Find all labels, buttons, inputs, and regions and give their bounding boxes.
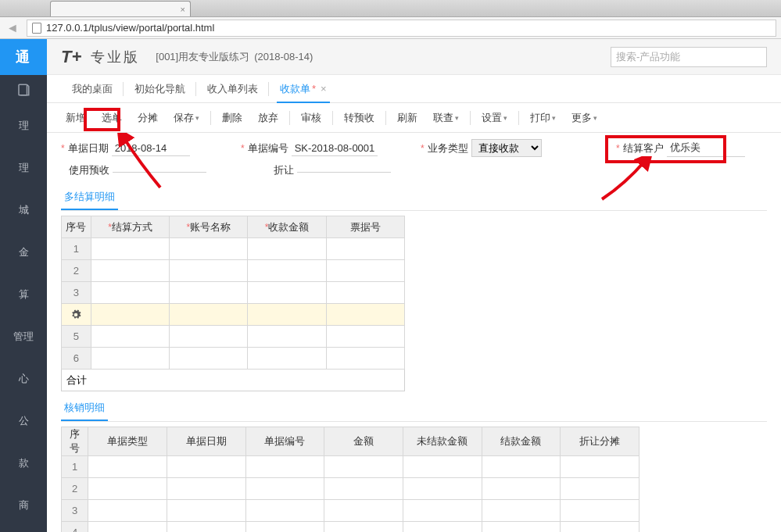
use-prepay-input[interactable] (113, 169, 206, 173)
more-button[interactable]: 更多▾ (564, 103, 605, 133)
app-header: T+ 专业版 [001]用友专业版练习 (2018-08-14) 搜索-产品功能 (47, 39, 781, 75)
chevron-down-icon: ▾ (552, 114, 556, 122)
sidebar: 通 理 理 城 金 算 管理 心 公 款 商 (0, 39, 47, 532)
close-icon[interactable]: × (181, 5, 185, 14)
print-button[interactable]: 打印▾ (522, 103, 564, 133)
dirty-indicator: * (312, 83, 316, 95)
grid-row[interactable]: 4 (62, 522, 639, 533)
col-rownum: 序号 (62, 427, 88, 456)
browser-toolbar: ◄ 127.0.0.1/tplus/view/portal/portal.htm… (0, 17, 781, 39)
sidebar-item[interactable]: 城 (0, 189, 47, 231)
col-doc-date: 单据日期 (167, 427, 245, 456)
brand-edition: 专业版 (91, 48, 140, 66)
section-verification: 核销明细 (61, 396, 767, 422)
discard-button[interactable]: 放弃 (250, 103, 286, 133)
col-unpaid: 未结款金额 (403, 427, 482, 456)
col-doc-type: 单据类型 (88, 427, 167, 456)
tab-bar: 我的桌面 初始化导航 收入单列表 收款单* × (47, 75, 781, 103)
browser-tab-strip: × (0, 0, 781, 17)
customer-label: 结算客户 (623, 141, 664, 155)
logo: 通 (0, 39, 47, 75)
section-title[interactable]: 核销明细 (61, 396, 108, 421)
main-panel: T+ 专业版 [001]用友专业版练习 (2018-08-14) 搜索-产品功能… (47, 39, 781, 532)
chevron-down-icon: ▾ (195, 114, 199, 122)
grid-row[interactable]: 1 (62, 456, 639, 478)
sidebar-item[interactable]: 管理 (0, 316, 47, 358)
settlement-grid: 序号 *结算方式 *账号名称 *收款金额 票据号 1 2 3 5 6 (61, 216, 405, 370)
discount-input[interactable] (297, 169, 391, 173)
apportion-button[interactable]: 分摊 (130, 103, 166, 133)
search-input[interactable]: 搜索-产品功能 (611, 47, 767, 67)
doc-no-input[interactable]: SK-2018-08-0001 (292, 141, 378, 156)
page-icon (32, 23, 41, 34)
section-title[interactable]: 多结算明细 (61, 185, 118, 210)
chevron-down-icon: ▾ (455, 114, 459, 122)
grid-row[interactable]: 2 (62, 478, 639, 500)
chevron-down-icon: ▾ (503, 114, 507, 122)
form-row-1: *单据日期 2018-08-14 *单据编号 SK-2018-08-0001 *… (47, 133, 781, 163)
total-row: 合计 (61, 370, 405, 391)
col-method: *结算方式 (91, 216, 169, 238)
biz-type-select[interactable]: 直接收款 (471, 139, 542, 157)
svg-rect-0 (19, 84, 27, 95)
url-text: 127.0.0.1/tplus/view/portal/portal.html (46, 22, 214, 34)
col-bill-no: 票据号 (326, 216, 404, 238)
customer-input[interactable]: 优乐美 (667, 139, 745, 157)
sidebar-item[interactable]: 公 (0, 400, 47, 442)
grid-row[interactable]: 2 (62, 260, 405, 282)
tab-receipt[interactable]: 收款单* × (269, 75, 338, 103)
biz-type-label: 业务类型 (428, 141, 468, 155)
grid-row[interactable]: 5 (62, 326, 405, 348)
sidebar-item[interactable]: 心 (0, 358, 47, 400)
refresh-button[interactable]: 刷新 (389, 103, 425, 133)
sidebar-item[interactable]: 理 (0, 147, 47, 189)
chevron-down-icon: ▾ (593, 114, 597, 122)
save-button[interactable]: 保存▾ (166, 103, 207, 133)
company-name: [001]用友专业版练习 (156, 50, 249, 64)
brand-logo: T+ (61, 47, 81, 67)
doc-no-label: 单据编号 (248, 141, 288, 155)
sidebar-item[interactable]: 理 (0, 105, 47, 147)
transfer-prepay-button[interactable]: 转预收 (336, 103, 382, 133)
tab-income-list[interactable]: 收入单列表 (196, 75, 269, 103)
col-discount-apportion: 折让分摊 (561, 427, 639, 456)
address-bar[interactable]: 127.0.0.1/tplus/view/portal/portal.html (27, 20, 776, 37)
settings-button[interactable]: 设置▾ (474, 103, 515, 133)
verification-grid: 序号 单据类型 单据日期 单据编号 金额 未结款金额 结款金额 折让分摊 1 2… (61, 427, 639, 532)
new-button[interactable]: 新增 (58, 103, 94, 133)
sidebar-item[interactable]: 金 (0, 231, 47, 273)
form-row-2: 使用预收 折让 (47, 163, 781, 184)
discount-label: 折让 (274, 163, 294, 177)
tab-init-nav[interactable]: 初始化导航 (124, 75, 196, 103)
select-order-button[interactable]: 选单 (94, 103, 130, 133)
section-multi-settlement: 多结算明细 (61, 185, 767, 211)
use-prepay-label: 使用预收 (69, 163, 109, 177)
header-date: (2018-08-14) (254, 51, 313, 62)
audit-button[interactable]: 审核 (293, 103, 329, 133)
col-account: *账号名称 (170, 216, 248, 238)
grid-row[interactable]: 1 (62, 238, 405, 260)
grid-row-active[interactable] (62, 304, 405, 326)
gear-icon[interactable] (62, 304, 91, 326)
doc-date-input[interactable]: 2018-08-14 (112, 141, 190, 156)
sidebar-item[interactable]: 款 (0, 442, 47, 484)
note-icon[interactable] (0, 75, 47, 105)
back-icon[interactable]: ◄ (5, 21, 20, 35)
browser-tab-title (56, 5, 58, 14)
col-amount: 金额 (324, 427, 403, 456)
browser-tab[interactable]: × (50, 1, 191, 16)
toolbar: 新增 选单 分摊 保存▾ 删除 放弃 审核 转预收 刷新 联查▾ 设置▾ 打印▾… (47, 103, 781, 133)
close-icon[interactable]: × (321, 83, 327, 95)
col-rownum: 序号 (62, 216, 91, 238)
sidebar-item[interactable]: 算 (0, 273, 47, 316)
delete-button[interactable]: 删除 (214, 103, 250, 133)
grid-row[interactable]: 3 (62, 500, 639, 522)
col-doc-no: 单据编号 (245, 427, 324, 456)
tab-desktop[interactable]: 我的桌面 (61, 75, 124, 103)
grid-row[interactable]: 6 (62, 348, 405, 370)
search-placeholder: 搜索-产品功能 (616, 50, 680, 64)
grid-row[interactable]: 3 (62, 282, 405, 304)
linked-query-button[interactable]: 联查▾ (425, 103, 467, 133)
sidebar-item[interactable]: 商 (0, 484, 47, 527)
col-paid: 结款金额 (482, 427, 561, 456)
